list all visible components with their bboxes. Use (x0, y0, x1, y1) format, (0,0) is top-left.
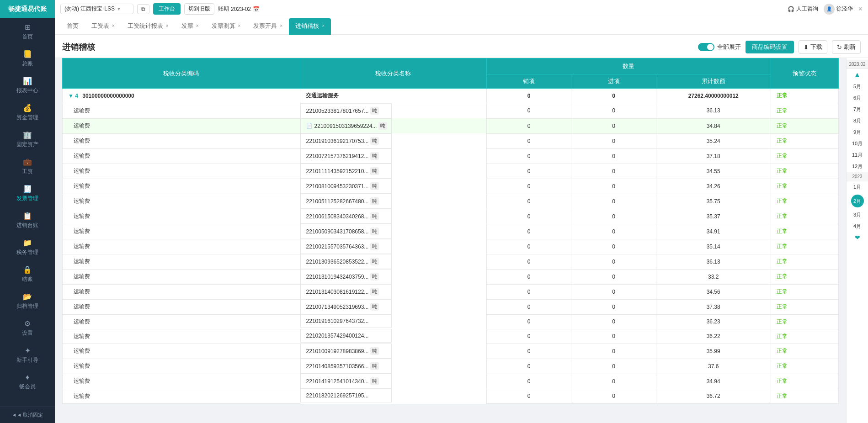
calendar-icon[interactable]: 📅 (253, 6, 260, 12)
tab-home[interactable]: 首页 (60, 18, 85, 35)
sidebar-item-archive[interactable]: 📂 归档管理 (0, 288, 55, 315)
service-button[interactable]: 🎧 人工咨询 (788, 5, 818, 13)
download-button[interactable]: ⬇ 下载 (799, 40, 827, 54)
item-purchase: 0 (571, 299, 656, 314)
invoice-code: 2210052338178017657... (306, 108, 369, 114)
company-selector[interactable]: (勿动) 江西报宝-LSS ▼ (60, 4, 133, 14)
member-icon: ♦ (26, 373, 29, 381)
item-name: 运输费 (74, 228, 90, 234)
table-row: 运输费 (63, 118, 300, 133)
tab-purchase-sale-close[interactable]: × (322, 23, 325, 28)
cal-year-2023-02-top: 2023.02 (847, 60, 868, 69)
funds-icon: 💰 (23, 104, 32, 112)
item-status: 正常 (771, 118, 838, 133)
sidebar-item-closing[interactable]: 🔒 结账 (0, 261, 55, 288)
item-name: 运输费 (74, 363, 90, 369)
group-total: 27262.40000000012 (656, 89, 771, 103)
table-row: 运输费 (63, 209, 300, 224)
sidebar-item-reports[interactable]: 📊 报表中心 (0, 72, 55, 99)
item-total: 36.23 (656, 314, 771, 329)
cal-month-9[interactable]: 9月 (847, 127, 868, 138)
sidebar-item-tax-mgmt[interactable]: 📁 税务管理 (0, 234, 55, 261)
cal-month-12[interactable]: 12月 (847, 161, 868, 172)
item-code: 2210100919278983869... 吨 (300, 344, 392, 359)
item-sale: 0 (486, 224, 571, 239)
invoice-code: 2210091503139659224... (314, 123, 377, 129)
invoice-code: 2210201357429400124... (306, 333, 369, 339)
tab-purchase-sale[interactable]: 进销稽核 × (289, 18, 331, 35)
table-container[interactable]: 税收分类编码 税收分类名称 数量 预警状态 销项 进项 累计数额 (55, 58, 846, 423)
cal-month-6[interactable]: 6月 (847, 92, 868, 104)
invoice-mgmt-icon: 🧾 (23, 185, 32, 193)
item-code: 2210021557035764363... 吨 (300, 239, 392, 254)
collapse-icon[interactable]: ▼ 4 (68, 93, 78, 99)
item-name: 运输费 (74, 122, 90, 129)
refresh-button[interactable]: ↻ 刷新 (832, 40, 861, 54)
item-sale: 0 (486, 329, 571, 344)
cal-month-2-active[interactable]: 2月 (851, 195, 864, 207)
sidebar-item-label: 报表中心 (16, 87, 38, 95)
item-sale: 0 (486, 209, 571, 224)
item-purchase: 0 (571, 239, 656, 254)
item-code: 2210072157376219412... 吨 (300, 148, 392, 164)
sidebar-item-label: 新手引导 (16, 356, 38, 364)
item-sale: 0 (486, 344, 571, 359)
tab-salary[interactable]: 工资表 × (85, 18, 121, 35)
item-total: 36.72 (656, 389, 771, 403)
cal-month-1[interactable]: 1月 (847, 181, 868, 193)
cal-month-5[interactable]: 5月 (847, 81, 868, 92)
sidebar-item-label: 首页 (22, 33, 33, 41)
tab-invoice-open[interactable]: 发票开具 × (247, 18, 289, 35)
workspace-button[interactable]: 工作台 (153, 3, 181, 15)
cal-month-3[interactable]: 3月 (847, 209, 868, 221)
item-sale: 0 (486, 269, 571, 284)
sidebar-item-invoice-mgmt[interactable]: 🧾 发票管理 (0, 180, 55, 207)
sidebar-item-assets[interactable]: 🏢 固定资产 (0, 126, 55, 153)
tab-invoice-calc[interactable]: 发票测算 × (205, 18, 247, 35)
table-row: 运输费 (63, 284, 300, 299)
unit-badge: 吨 (370, 182, 379, 190)
th-tax-code: 税收分类编码 (63, 58, 300, 89)
sidebar-item-guide[interactable]: ✦ 新手引导 (0, 342, 55, 369)
sidebar-item-funds[interactable]: 💰 资金管理 (0, 99, 55, 126)
refresh-icon: ↻ (837, 44, 842, 51)
cal-month-4[interactable]: 4月 (847, 221, 868, 232)
table-row: 运输费 (63, 148, 300, 164)
sidebar-item-sale-ledger[interactable]: 📋 进销台账 (0, 207, 55, 234)
tab-invoice[interactable]: 发票 × (175, 18, 205, 35)
settings-button[interactable]: 商品编码设置 (746, 41, 794, 53)
tab-invoice-calc-close[interactable]: × (238, 23, 241, 28)
tab-salary-close[interactable]: × (112, 23, 115, 28)
tab-invoice-open-close[interactable]: × (280, 23, 282, 28)
switch-version-button[interactable]: 切到旧版 (184, 3, 214, 15)
tab-salary-stats-close[interactable]: × (166, 23, 169, 28)
tab-salary-stats[interactable]: 工资统计报表 × (121, 18, 175, 35)
sidebar-item-settings[interactable]: ⚙ 设置 (0, 315, 55, 342)
sidebar-item-ledger[interactable]: 📒 总账 (0, 45, 55, 72)
expand-toggle[interactable]: 全部展开 (698, 43, 741, 51)
item-status: 正常 (771, 133, 838, 148)
unit-badge: 吨 (370, 273, 379, 280)
group-status: 正常 (771, 89, 838, 103)
top-bar: (勿动) 江西报宝-LSS ▼ ⧉ 工作台 切到旧版 账期 2023-02 📅 … (55, 0, 868, 18)
item-status: 正常 (771, 389, 838, 403)
item-code: 2210201357429400124... (300, 329, 392, 343)
sidebar-expand-icon[interactable]: ❤ (853, 232, 862, 243)
close-icon[interactable]: × (858, 5, 863, 13)
tab-invoice-close[interactable]: × (196, 23, 199, 28)
copy-button[interactable]: ⧉ (137, 4, 149, 14)
sidebar-item-member[interactable]: ♦ 畅会员 (0, 369, 55, 395)
cal-month-11[interactable]: 11月 (847, 149, 868, 161)
toggle-track[interactable] (698, 43, 714, 51)
cal-month-8[interactable]: 8月 (847, 115, 868, 127)
item-total: 37.38 (656, 299, 771, 314)
sidebar-item-home[interactable]: ⊞ 首页 (0, 18, 55, 45)
tab-salary-stats-label: 工资统计报表 (128, 22, 163, 30)
sidebar-item-salary[interactable]: 💼 工资 (0, 153, 55, 180)
cal-up-nav[interactable]: ▲ (852, 69, 863, 81)
table-row: 运输费 (63, 103, 300, 119)
invoice-code: 2210130936520853522... (306, 259, 369, 265)
pin-toggle[interactable]: ◄◄ 取消固定 (0, 407, 55, 423)
cal-month-7[interactable]: 7月 (847, 104, 868, 115)
cal-month-10[interactable]: 10月 (847, 138, 868, 149)
